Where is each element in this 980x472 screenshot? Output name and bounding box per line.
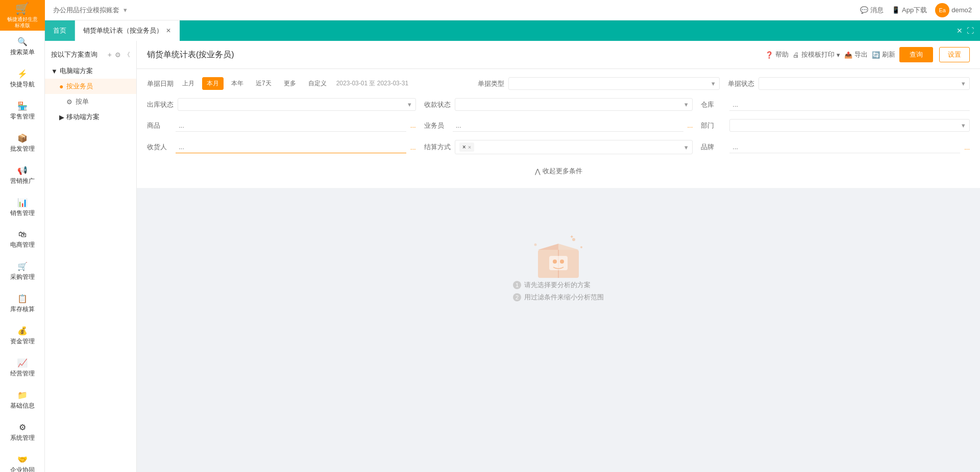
goods-input[interactable] [176, 120, 406, 132]
expand-btn[interactable]: ⛶ [967, 27, 974, 35]
date-filter-options: 上月 本月 本年 近7天 更多 自定义 2023-03-01 至 2023-03… [178, 77, 408, 90]
page-header: 销货单统计表(按业务员) ❓ 帮助 🖨 按模板打印 ▾ 📤 导出 [137, 41, 980, 69]
brand-more-btn[interactable]: ... [964, 144, 970, 151]
help-btn[interactable]: ❓ 帮助 [765, 50, 789, 59]
doc-type-select[interactable]: ▾ [508, 77, 720, 90]
sidebar-item-operation[interactable]: 📈 经营管理 [0, 352, 44, 384]
print-dropdown-icon: ▾ [837, 51, 840, 59]
doc-status-select[interactable]: ▾ [758, 77, 970, 90]
sidebar-item-sales[interactable]: 📊 销售管理 [0, 192, 44, 224]
hint-num-2: 2 [513, 293, 521, 301]
sidebar-item-coop[interactable]: 🤝 企业协同 [0, 449, 44, 472]
sidebar-item-ecom[interactable]: 🛍 电商管理 [0, 224, 44, 255]
tab-home[interactable]: 首页 [45, 20, 75, 41]
tree-desktop-header[interactable]: ▼ 电脑端方案 [45, 63, 136, 79]
staff-icon: ● [59, 82, 63, 90]
consignee-more-btn[interactable]: ... [410, 144, 416, 151]
consignee-input[interactable] [176, 141, 406, 153]
brand-input[interactable] [729, 141, 960, 153]
app-download-btn[interactable]: 📱 App下载 [892, 6, 927, 15]
sidebar-item-wholesale[interactable]: 📦 批发管理 [0, 127, 44, 159]
date-more-btn[interactable]: 更多 [279, 77, 301, 90]
tabbar-actions: ✕ ⛶ [957, 27, 980, 35]
settle-tag-close[interactable]: × [468, 144, 471, 150]
add-scheme-btn[interactable]: + [108, 51, 112, 59]
query-button[interactable]: 查询 [899, 47, 933, 62]
retail-icon: 🏪 [17, 101, 28, 111]
settle-select[interactable]: × × ▾ [455, 140, 693, 154]
page-title: 销货单统计表(按业务员) [147, 50, 234, 60]
out-status-select[interactable]: ▾ [178, 98, 416, 111]
staff-input[interactable] [453, 120, 683, 132]
tab-home-label: 首页 [53, 26, 66, 35]
collapse-panel-btn[interactable]: 《 [124, 51, 130, 59]
empty-state: ✦ 1 请先选择要分析的方案 2 用过滤条件来缩小 [137, 188, 980, 346]
topbar-left: 办公用品行业模拟账套 ▾ [53, 6, 127, 15]
warehouse-input[interactable] [729, 99, 970, 111]
sidebar-item-purchase[interactable]: 🛒 采购管理 [0, 255, 44, 288]
sidebar-item-quick-nav[interactable]: ⚡ 快捷导航 [0, 63, 44, 95]
logo: 🛒 畅捷通好生意 标准版 [0, 0, 45, 31]
svg-point-8 [560, 259, 564, 264]
close-tab-btn[interactable]: ✕ [957, 27, 963, 35]
sidebar-item-label-finance: 资金管理 [10, 337, 35, 346]
date-prev-month-btn[interactable]: 上月 [178, 77, 199, 90]
staff-more-btn[interactable]: ... [688, 122, 693, 129]
tree-mobile-group: ▶ 移动端方案 [45, 109, 136, 125]
sidebar-item-label-coop: 企业协同 [10, 466, 35, 472]
svg-point-4 [534, 244, 537, 246]
goods-more-btn[interactable]: ... [410, 122, 416, 129]
tree-mobile-header[interactable]: ▶ 移动端方案 [45, 109, 136, 125]
settle-tag-x: × × [459, 143, 474, 152]
left-panel-header: 按以下方案查询 + ⚙ 《 [45, 46, 136, 63]
user-profile[interactable]: Ea demo2 [935, 3, 972, 17]
message-btn[interactable]: 💬 消息 [860, 6, 884, 15]
tree-desktop-group: ▼ 电脑端方案 ● 按业务员 ⚙ 按单 [45, 63, 136, 109]
sidebar-item-system[interactable]: ⚙ 系统管理 [0, 416, 44, 449]
pay-status-select[interactable]: ▾ [455, 98, 693, 111]
settings-scheme-btn[interactable]: ⚙ [115, 51, 121, 59]
sidebar-item-retail[interactable]: 🏪 零售管理 [0, 95, 44, 127]
sidebar-item-finance[interactable]: 💰 资金管理 [0, 320, 44, 352]
filter-warehouse: 仓库 [701, 99, 970, 111]
date-this-month-btn[interactable]: 本月 [202, 77, 224, 90]
tree-item-by-staff[interactable]: ● 按业务员 [45, 79, 136, 94]
brand-label: 品牌 [701, 143, 725, 152]
tabbar: 首页 销货单统计表（按业务员） ✕ ✕ ⛶ [45, 20, 980, 41]
tree-item-order-label: 按单 [76, 97, 89, 106]
basic-icon: 📁 [17, 390, 28, 400]
sidebar-item-label-basic: 基础信息 [10, 402, 35, 410]
tree-item-by-order[interactable]: ⚙ 按单 [45, 94, 136, 109]
tab-sales-stat-label: 销货单统计表（按业务员） [83, 26, 163, 35]
left-panel-actions: + ⚙ 《 [108, 51, 130, 59]
svg-text:✦: ✦ [570, 234, 574, 240]
system-icon: ⚙ [19, 422, 26, 432]
refresh-btn[interactable]: 🔄 刷新 [872, 50, 895, 59]
filter-doc-type: 单据类型 ▾ [478, 77, 720, 90]
date-this-year-btn[interactable]: 本年 [227, 77, 248, 90]
filter-pay-status: 收款状态 ▾ [424, 98, 693, 111]
quick-nav-icon: ⚡ [17, 69, 28, 79]
dept-select[interactable]: ▾ [729, 119, 970, 132]
export-btn[interactable]: 📤 导出 [844, 50, 868, 59]
sidebar-item-basic[interactable]: 📁 基础信息 [0, 384, 44, 416]
print-icon: 🖨 [793, 51, 799, 59]
set-button[interactable]: 设置 [939, 47, 970, 62]
inventory-icon: 📋 [17, 294, 28, 303]
tab-close-icon[interactable]: ✕ [166, 27, 171, 34]
main-area: 办公用品行业模拟账套 ▾ 💬 消息 📱 App下载 Ea demo2 首页 [45, 0, 980, 472]
date-last7-btn[interactable]: 近7天 [251, 77, 276, 90]
print-btn[interactable]: 🖨 按模板打印 ▾ [793, 50, 840, 59]
svg-point-7 [553, 259, 557, 264]
sidebar-item-inventory[interactable]: 📋 库存核算 [0, 288, 44, 320]
date-custom-btn[interactable]: 自定义 [304, 77, 331, 90]
topbar-dropdown-icon[interactable]: ▾ [124, 6, 127, 14]
collapse-btn[interactable]: ⋀ 收起更多条件 [147, 162, 970, 180]
doc-status-dropdown-icon: ▾ [962, 80, 965, 87]
sidebar-item-label-sales: 销售管理 [10, 209, 35, 218]
tree-item-staff-label: 按业务员 [66, 82, 93, 91]
tab-sales-stat[interactable]: 销货单统计表（按业务员） ✕ [75, 20, 180, 41]
sidebar-item-search[interactable]: 🔍 搜索菜单 [0, 31, 44, 63]
finance-icon: 💰 [17, 326, 28, 336]
sidebar-item-marketing[interactable]: 📢 营销推广 [0, 159, 44, 192]
